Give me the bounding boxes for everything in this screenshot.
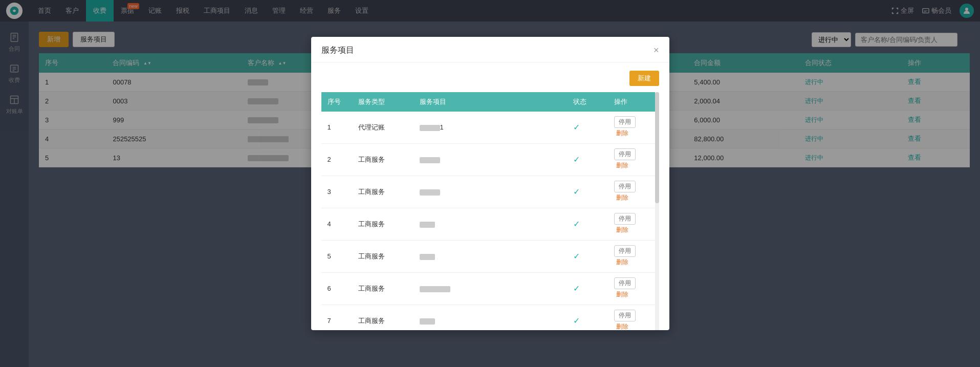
modal-col-type: 服务类型 <box>352 92 413 112</box>
modal-cell-item <box>413 176 567 208</box>
modal-cell-status: ✓ <box>567 305 608 330</box>
delete-button[interactable]: 删除 <box>614 128 630 139</box>
modal-cell-action: 停用 删除 <box>608 112 659 144</box>
modal-table-row: 5 工商服务 ✓ 停用 删除 <box>321 240 659 272</box>
modal-cell-status: ✓ <box>567 208 608 240</box>
modal-col-status: 状态 <box>567 92 608 112</box>
modal-cell-status: ✓ <box>567 112 608 144</box>
status-active-icon: ✓ <box>573 187 580 196</box>
modal-cell-action: 停用 删除 <box>608 272 659 305</box>
delete-button[interactable]: 删除 <box>614 289 630 300</box>
stop-button[interactable]: 停用 <box>614 277 636 289</box>
scrollbar-track[interactable] <box>655 92 659 331</box>
modal-header: 服务项目 × <box>311 37 669 62</box>
modal-col-seq: 序号 <box>321 92 352 112</box>
modal-toolbar: 新建 <box>321 71 659 86</box>
modal-overlay[interactable]: 服务项目 × 新建 序号 服务类型 服务项目 状态 操作 <box>0 0 980 367</box>
modal-cell-type: 工商服务 <box>352 305 413 330</box>
stop-button[interactable]: 停用 <box>614 116 636 128</box>
modal-cell-item <box>413 240 567 272</box>
modal-table-row: 2 工商服务 ✓ 停用 删除 <box>321 143 659 176</box>
modal-cell-seq: 2 <box>321 143 352 176</box>
modal-close-button[interactable]: × <box>654 46 659 55</box>
modal-cell-item <box>413 143 567 176</box>
delete-button[interactable]: 删除 <box>614 257 630 268</box>
modal-cell-type: 工商服务 <box>352 272 413 305</box>
stop-button[interactable]: 停用 <box>614 181 636 192</box>
modal-title: 服务项目 <box>321 45 354 56</box>
modal-cell-seq: 5 <box>321 240 352 272</box>
modal-cell-item: 1 <box>413 112 567 144</box>
modal-cell-type: 工商服务 <box>352 208 413 240</box>
delete-button[interactable]: 删除 <box>614 321 630 331</box>
status-active-icon: ✓ <box>573 252 580 261</box>
modal-cell-action: 停用 删除 <box>608 240 659 272</box>
delete-button[interactable]: 删除 <box>614 160 630 171</box>
modal-cell-seq: 6 <box>321 272 352 305</box>
status-active-icon: ✓ <box>573 155 580 164</box>
modal-table: 序号 服务类型 服务项目 状态 操作 1 代理记账 1 ✓ 停用 删除 2 工商… <box>321 92 659 331</box>
modal-cell-type: 代理记账 <box>352 112 413 144</box>
modal-cell-status: ✓ <box>567 143 608 176</box>
modal-cell-type: 工商服务 <box>352 143 413 176</box>
modal-cell-item <box>413 208 567 240</box>
modal-table-row: 4 工商服务 ✓ 停用 删除 <box>321 208 659 240</box>
modal-cell-action: 停用 删除 <box>608 176 659 208</box>
modal-cell-action: 停用 删除 <box>608 305 659 330</box>
modal-cell-action: 停用 删除 <box>608 208 659 240</box>
service-modal: 服务项目 × 新建 序号 服务类型 服务项目 状态 操作 <box>311 37 669 331</box>
modal-cell-item <box>413 272 567 305</box>
status-active-icon: ✓ <box>573 284 580 293</box>
stop-button[interactable]: 停用 <box>614 310 636 321</box>
modal-body: 新建 序号 服务类型 服务项目 状态 操作 1 代理记账 <box>311 62 669 331</box>
modal-table-row: 6 工商服务 ✓ 停用 删除 <box>321 272 659 305</box>
delete-button[interactable]: 删除 <box>614 192 630 203</box>
modal-cell-seq: 3 <box>321 176 352 208</box>
modal-cell-type: 工商服务 <box>352 240 413 272</box>
modal-cell-type: 工商服务 <box>352 176 413 208</box>
modal-cell-seq: 1 <box>321 112 352 144</box>
modal-cell-status: ✓ <box>567 176 608 208</box>
modal-cell-status: ✓ <box>567 272 608 305</box>
modal-cell-seq: 4 <box>321 208 352 240</box>
modal-cell-seq: 7 <box>321 305 352 330</box>
modal-table-row: 7 工商服务 ✓ 停用 删除 <box>321 305 659 330</box>
stop-button[interactable]: 停用 <box>614 245 636 257</box>
modal-cell-action: 停用 删除 <box>608 143 659 176</box>
modal-cell-status: ✓ <box>567 240 608 272</box>
stop-button[interactable]: 停用 <box>614 148 636 160</box>
modal-cell-item <box>413 305 567 330</box>
scrollbar-thumb <box>655 92 659 203</box>
status-active-icon: ✓ <box>573 316 580 325</box>
modal-new-button[interactable]: 新建 <box>629 71 659 86</box>
modal-col-action: 操作 <box>608 92 659 112</box>
modal-col-item: 服务项目 <box>413 92 567 112</box>
modal-table-row: 1 代理记账 1 ✓ 停用 删除 <box>321 112 659 144</box>
modal-table-row: 3 工商服务 ✓ 停用 删除 <box>321 176 659 208</box>
stop-button[interactable]: 停用 <box>614 213 636 225</box>
status-active-icon: ✓ <box>573 220 580 228</box>
delete-button[interactable]: 删除 <box>614 225 630 235</box>
status-active-icon: ✓ <box>573 123 580 132</box>
